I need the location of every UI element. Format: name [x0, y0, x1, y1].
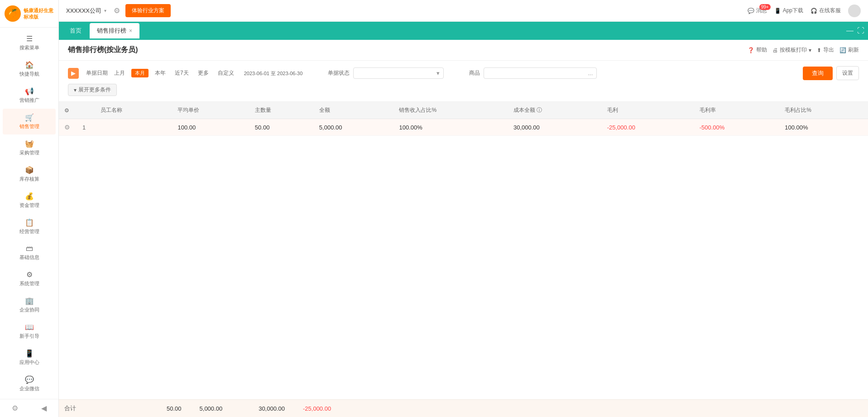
- tab-close-icon[interactable]: ×: [129, 28, 132, 34]
- table-header-row: ⚙ 员工名称 平均单价 主数量 全额 销售收入占比% 成本全额 ⓘ 毛利 毛利率…: [59, 102, 868, 119]
- date-more[interactable]: 更多: [195, 68, 211, 78]
- content-area: 销售排行榜(按业务员) ❓ 帮助 🖨 按模板打印 ▾ ⬆ 导出 🔄 刷新: [59, 40, 868, 417]
- date-last7[interactable]: 近7天: [172, 68, 192, 78]
- sidebar-label-operations: 经营管理: [19, 228, 39, 235]
- apps-icon: 📱: [25, 349, 34, 358]
- sidebar-item-marketing[interactable]: 📢营销推广: [3, 82, 56, 108]
- trial-button[interactable]: 体验行业方案: [125, 4, 171, 17]
- col-name: 员工名称: [95, 102, 172, 119]
- expand-label: 展开更多条件: [78, 86, 111, 94]
- help-button[interactable]: ❓ 帮助: [748, 46, 767, 54]
- sidebar-item-apps[interactable]: 📱应用中心: [3, 345, 56, 370]
- sidebar-item-system[interactable]: ⚙系统管理: [3, 266, 56, 292]
- row-rank: 1: [77, 119, 95, 136]
- col-total: 全额: [314, 102, 394, 119]
- company-selector[interactable]: XXXXXX公司 ▾: [66, 7, 106, 15]
- online-support-label: 在线客服: [819, 7, 841, 14]
- goods-input[interactable]: ...: [484, 67, 597, 79]
- tab-maximize-icon[interactable]: ⛶: [857, 27, 864, 35]
- expand-more-button[interactable]: ▾ 展开更多条件: [68, 84, 117, 96]
- sidebar-item-guide[interactable]: 📖新手引导: [3, 318, 56, 344]
- date-this-year[interactable]: 本年: [152, 68, 168, 78]
- table-footer: 合计 50.00 5,000.00 30,000.00 -25,000.00: [59, 399, 868, 417]
- col-sales-pct: 销售收入占比%: [393, 102, 508, 119]
- sidebar-label-guide: 新手引导: [19, 333, 39, 340]
- row-settings-icon[interactable]: ⚙: [64, 124, 70, 131]
- date-last-month[interactable]: 上月: [111, 68, 128, 78]
- tab-sales-ranking[interactable]: 销售排行榜 ×: [90, 23, 139, 38]
- row-avg-price: 100.00: [172, 119, 249, 136]
- export-button[interactable]: ⬆ 导出: [817, 46, 834, 54]
- settings-button[interactable]: 设置: [836, 66, 859, 80]
- phone-icon: 📱: [774, 8, 781, 14]
- export-icon: ⬆: [817, 47, 821, 53]
- sidebar-item-search[interactable]: ☰搜索菜单: [3, 30, 56, 56]
- sidebar-settings-icon[interactable]: ⚙: [12, 404, 18, 412]
- sidebar-item-finance[interactable]: 💰资金管理: [3, 187, 56, 213]
- table-row: ⚙ 1 100.00 50.00 5,000.00 100.00% 30,000…: [59, 119, 868, 136]
- status-select[interactable]: ▾: [353, 67, 444, 79]
- user-avatar[interactable]: [848, 5, 861, 17]
- sidebar-label-marketing: 营销推广: [19, 97, 39, 104]
- goods-more-icon[interactable]: ...: [588, 70, 593, 77]
- notification-badge: 99+: [759, 4, 771, 10]
- page-title: 销售排行榜(按业务员): [68, 45, 138, 55]
- sidebar-item-sales[interactable]: 🛒销售管理: [3, 109, 56, 134]
- topbar-gear-icon[interactable]: ⚙: [114, 6, 120, 15]
- col-gross: 毛利: [602, 102, 694, 119]
- refresh-icon: 🔄: [839, 47, 846, 53]
- sidebar-collapse-icon[interactable]: ◀: [41, 404, 47, 412]
- purchase-icon: 🧺: [25, 139, 34, 148]
- row-total: 5,000.00: [314, 119, 394, 136]
- table-settings-icon[interactable]: ⚙: [64, 107, 69, 114]
- sidebar-label-quick-nav: 快捷导航: [19, 71, 39, 77]
- col-gross-pct: 毛利占比%: [779, 102, 868, 119]
- app-download-item[interactable]: 📱 App下载: [774, 7, 803, 14]
- filter-collapse-icon[interactable]: ▶: [68, 68, 79, 79]
- tab-home[interactable]: 首页: [62, 23, 89, 38]
- sidebar-item-quick-nav[interactable]: 🏠快捷导航: [3, 56, 56, 82]
- notification-item[interactable]: 💬 消息 99+: [748, 7, 767, 14]
- wechat-icon: 💬: [25, 375, 34, 384]
- page-actions: ❓ 帮助 🖨 按模板打印 ▾ ⬆ 导出 🔄 刷新: [748, 46, 859, 54]
- date-label: 单据日期: [86, 69, 108, 77]
- refresh-button[interactable]: 🔄 刷新: [839, 46, 859, 54]
- col-cost: 成本全额 ⓘ: [508, 102, 602, 119]
- tab-minimize-icon[interactable]: —: [846, 27, 854, 35]
- sidebar-item-enterprise[interactable]: 🏢企业协同: [3, 292, 56, 318]
- topbar: XXXXXX公司 ▾ ⚙ 体验行业方案 💬 消息 99+ 📱 App下载 🎧 在…: [59, 0, 868, 22]
- sidebar: 🍊 畅康通好生意 标准版 ☰搜索菜单🏠快捷导航📢营销推广🛒销售管理🧺采购管理📦库…: [0, 0, 59, 417]
- footer-cost: 30,000.00: [259, 405, 285, 412]
- goods-filter: 商品 ...: [469, 67, 597, 79]
- print-chevron-icon: ▾: [809, 47, 811, 53]
- row-gross-rate: -500.00%: [694, 119, 780, 136]
- footer-main-qty: 50.00: [167, 405, 182, 412]
- tabbar-actions: — ⛶: [846, 27, 864, 35]
- sidebar-bottom: ⚙ ◀: [0, 399, 58, 417]
- enterprise-icon: 🏢: [25, 297, 34, 305]
- sidebar-item-purchase[interactable]: 🧺采购管理: [3, 135, 56, 161]
- sidebar-item-inventory[interactable]: 📦库存核算: [3, 161, 56, 187]
- marketing-icon: 📢: [25, 87, 34, 96]
- sales-ranking-tab-label: 销售排行榜: [97, 27, 126, 35]
- col-rank: [77, 102, 95, 119]
- row-main-qty: 50.00: [249, 119, 314, 136]
- sidebar-logo: 🍊 畅康通好生意 标准版: [0, 0, 58, 28]
- row-sales-pct: 100.00%: [393, 119, 508, 136]
- date-current-month[interactable]: 本月: [131, 69, 149, 77]
- sidebar-label-basic: 基础信息: [19, 254, 39, 261]
- table-area: ⚙ 员工名称 平均单价 主数量 全额 销售收入占比% 成本全额 ⓘ 毛利 毛利率…: [59, 102, 868, 417]
- footer-gross: -25,000.00: [303, 405, 331, 412]
- query-button[interactable]: 查询: [803, 67, 833, 80]
- sidebar-item-wechat[interactable]: 💬企业微信: [3, 371, 56, 397]
- system-icon: ⚙: [26, 270, 33, 279]
- quick-nav-icon: 🏠: [25, 61, 34, 69]
- print-button[interactable]: 🖨 按模板打印 ▾: [772, 46, 811, 54]
- row-settings: ⚙: [59, 119, 77, 136]
- sidebar-item-operations[interactable]: 📋经营管理: [3, 214, 56, 240]
- sidebar-item-basic[interactable]: 🗃基础信息: [3, 240, 56, 265]
- filter-bar: ▶ 单据日期 上月 本月 本年 近7天 更多 自定义 2023-06-01 至 …: [59, 61, 868, 102]
- sidebar-label-apps: 应用中心: [19, 359, 39, 366]
- online-support-item[interactable]: 🎧 在线客服: [810, 7, 841, 14]
- date-custom[interactable]: 自定义: [215, 68, 237, 78]
